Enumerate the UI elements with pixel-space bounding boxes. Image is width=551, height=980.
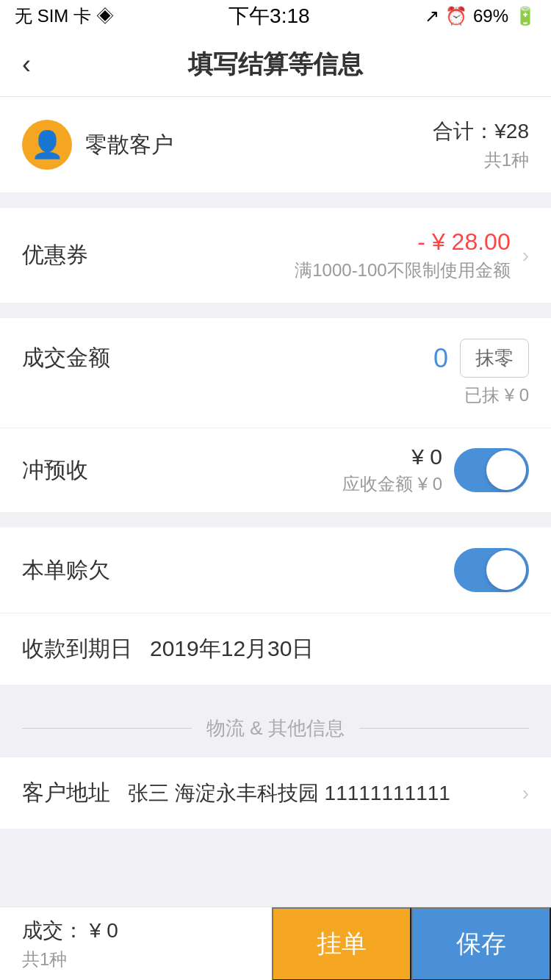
status-time: 下午3:18 xyxy=(228,2,310,30)
prepay-values: ¥ 0 应收金额 ¥ 0 xyxy=(342,444,442,496)
coupon-value: - ¥ 28.00 满1000-100不限制使用金额 xyxy=(295,228,510,282)
status-right: ↗ ⏰ 69% 🔋 xyxy=(425,6,536,26)
alarm-icon: ⏰ xyxy=(445,6,467,26)
deal-amount-sub: 已抹 ¥ 0 xyxy=(464,383,529,407)
status-bar: 无 SIM 卡 ◈ 下午3:18 ↗ ⏰ 69% 🔋 xyxy=(0,0,551,32)
address-row[interactable]: 客户地址 张三 海淀永丰科技园 11111111111 › xyxy=(0,757,551,829)
battery-icon: 🔋 xyxy=(514,6,536,26)
customer-avatar: 👤 xyxy=(22,120,72,170)
hold-button[interactable]: 挂单 xyxy=(272,907,411,981)
prepay-right: ¥ 0 应收金额 ¥ 0 xyxy=(342,444,529,496)
credit-toggle[interactable] xyxy=(454,548,529,592)
coupon-row[interactable]: 优惠券 - ¥ 28.00 满1000-100不限制使用金额 › xyxy=(0,208,551,303)
logistics-label: 物流 & 其他信息 xyxy=(206,716,345,741)
prepay-toggle[interactable] xyxy=(454,448,529,492)
gap-2 xyxy=(0,303,551,318)
customer-right: 合计：¥28 共1种 xyxy=(433,118,529,172)
content-area: 👤 零散客户 合计：¥28 共1种 优惠券 - ¥ 28.00 满1000-10… xyxy=(0,97,551,976)
customer-count: 共1种 xyxy=(433,148,529,172)
prepay-row: 冲预收 ¥ 0 应收金额 ¥ 0 xyxy=(0,428,551,513)
back-button[interactable]: ‹ xyxy=(22,49,31,80)
due-date-label: 收款到期日 xyxy=(22,634,132,664)
address-value: 张三 海淀永丰科技园 11111111111 xyxy=(128,779,522,807)
prepay-label: 冲预收 xyxy=(22,455,88,486)
customer-row[interactable]: 👤 零散客户 合计：¥28 共1种 xyxy=(0,97,551,193)
credit-toggle-knob xyxy=(486,550,526,590)
location-icon: ↗ xyxy=(425,6,439,26)
bottom-deal-label: 成交： xyxy=(22,919,84,942)
coupon-discount: - ¥ 28.00 xyxy=(295,228,510,256)
credit-section: 本单赊欠 收款到期日 2019年12月30日 xyxy=(0,527,551,685)
no-sim-text: 无 SIM 卡 ◈ xyxy=(15,4,114,28)
credit-label: 本单赊欠 xyxy=(22,555,110,586)
bottom-summary: 成交： ¥ 0 共1种 xyxy=(0,917,272,971)
status-left: 无 SIM 卡 ◈ xyxy=(15,4,114,28)
coupon-section: 优惠券 - ¥ 28.00 满1000-100不限制使用金额 › xyxy=(0,208,551,303)
bottom-deal-amount: 成交： ¥ 0 xyxy=(22,917,250,945)
avatar-icon: 👤 xyxy=(31,129,64,160)
nav-bar: ‹ 填写结算等信息 xyxy=(0,32,551,97)
divider-line-right xyxy=(359,728,529,729)
coupon-label: 优惠券 xyxy=(22,240,88,270)
customer-name: 零散客户 xyxy=(85,130,173,160)
battery-text: 69% xyxy=(473,6,508,26)
gap-1 xyxy=(0,193,551,208)
address-chevron-icon: › xyxy=(522,782,529,805)
prepay-amount: ¥ 0 xyxy=(411,444,442,469)
bottom-deal-value: ¥ 0 xyxy=(90,919,118,942)
coupon-chevron-icon: › xyxy=(522,244,529,267)
prepay-sub: 应收金额 ¥ 0 xyxy=(342,472,442,496)
round-zero-button[interactable]: 抹零 xyxy=(460,339,529,378)
toggle-knob xyxy=(486,450,526,490)
deal-amount-row: 成交金额 0 抹零 已抹 ¥ 0 xyxy=(0,318,551,428)
due-date-value: 2019年12月30日 xyxy=(150,634,314,664)
deal-amount-label: 成交金额 xyxy=(22,343,110,373)
deal-amount-bottom: 已抹 ¥ 0 xyxy=(22,383,529,407)
deal-amount-value: 0 xyxy=(433,343,448,374)
customer-section: 👤 零散客户 合计：¥28 共1种 xyxy=(0,97,551,193)
coupon-right: - ¥ 28.00 满1000-100不限制使用金额 › xyxy=(295,228,529,282)
deal-amount-section: 成交金额 0 抹零 已抹 ¥ 0 冲预收 ¥ 0 应收金额 ¥ 0 xyxy=(0,318,551,513)
bottom-bar: 成交： ¥ 0 共1种 挂单 保存 xyxy=(0,907,551,980)
address-section: 客户地址 张三 海淀永丰科技园 11111111111 › xyxy=(0,757,551,829)
gap-4 xyxy=(0,685,551,699)
customer-left: 👤 零散客户 xyxy=(22,120,173,170)
deal-amount-top: 成交金额 0 抹零 xyxy=(22,339,529,378)
bottom-count: 共1种 xyxy=(22,948,250,971)
coupon-description: 满1000-100不限制使用金额 xyxy=(295,259,510,282)
credit-row: 本单赊欠 xyxy=(0,527,551,613)
customer-total: 合计：¥28 xyxy=(433,118,529,145)
address-label: 客户地址 xyxy=(22,778,110,808)
page-title: 填写结算等信息 xyxy=(188,48,363,82)
deal-amount-right: 0 抹零 xyxy=(433,339,529,378)
divider-line-left xyxy=(22,728,192,729)
logistics-divider: 物流 & 其他信息 xyxy=(0,699,551,757)
save-button[interactable]: 保存 xyxy=(411,907,551,981)
due-date-row[interactable]: 收款到期日 2019年12月30日 xyxy=(0,613,551,685)
gap-3 xyxy=(0,513,551,527)
